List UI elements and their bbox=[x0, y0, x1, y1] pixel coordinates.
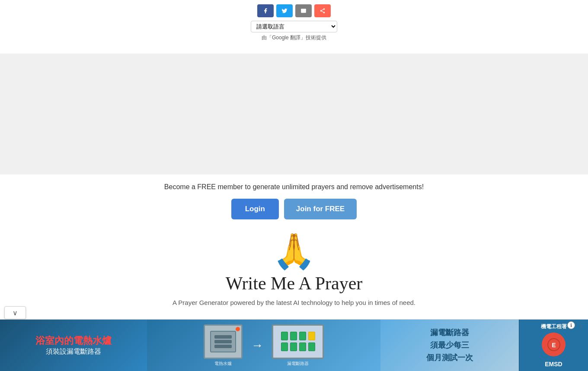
google-translate-credit: 由「Google 翻譯」技術提供 bbox=[262, 34, 326, 41]
ad-section-middle[interactable]: 電熱水爐 → bbox=[147, 320, 380, 371]
svg-point-1 bbox=[320, 10, 322, 12]
join-button[interactable]: Join for FREE bbox=[284, 199, 357, 219]
sharethis-button[interactable] bbox=[314, 4, 331, 17]
language-select[interactable]: 請選取語言 English 中文 日本語 Español Français bbox=[251, 21, 337, 32]
twitter-share-button[interactable] bbox=[276, 4, 293, 17]
ad-left-subtitle: 須裝設漏電斷路器 bbox=[46, 347, 101, 356]
svg-point-0 bbox=[323, 8, 325, 10]
action-buttons: Login Join for FREE bbox=[164, 199, 424, 219]
emsd-icon: E bbox=[542, 333, 566, 356]
ad-left-title: 浴室內的電熱水爐 bbox=[35, 334, 112, 348]
social-share-bar bbox=[257, 4, 331, 17]
ad-menu-icon[interactable]: ⋮ bbox=[578, 321, 585, 330]
email-share-button[interactable] bbox=[295, 4, 312, 17]
membership-banner: Become a FREE member to generate unlimit… bbox=[164, 183, 424, 219]
svg-line-3 bbox=[322, 11, 323, 12]
ad-info-icon[interactable]: ℹ bbox=[567, 321, 575, 329]
top-bar: 請選取語言 English 中文 日本語 Español Français 由「… bbox=[0, 0, 588, 45]
svg-line-4 bbox=[322, 10, 323, 10]
top-ad-area bbox=[0, 54, 588, 174]
ad-section-left[interactable]: 浴室內的電熱水爐 須裝設漏電斷路器 bbox=[0, 320, 147, 371]
prayer-emoji: 🙏 bbox=[272, 234, 316, 269]
prayer-subtitle: A Prayer Generator powered by the latest… bbox=[173, 299, 415, 306]
ad-right-text: 漏電斷路器須最少每三個月測試一次 bbox=[426, 328, 473, 362]
svg-point-2 bbox=[323, 12, 325, 13]
svg-text:E: E bbox=[552, 342, 556, 349]
prayer-title: Write Me A Prayer bbox=[226, 273, 363, 294]
emsd-acronym: EMSD bbox=[545, 361, 562, 368]
ad-section-right[interactable]: 漏電斷路器須最少每三個月測試一次 bbox=[380, 320, 519, 371]
membership-text: Become a FREE member to generate unlimit… bbox=[164, 183, 424, 191]
prayer-section: 🙏 Write Me A Prayer A Prayer Generator p… bbox=[173, 234, 415, 315]
ad-banner-inner: 浴室內的電熱水爐 須裝設漏電斷路器 bbox=[0, 320, 588, 371]
facebook-share-button[interactable] bbox=[257, 4, 274, 17]
language-selector-wrapper: 請選取語言 English 中文 日本語 Español Français 由「… bbox=[251, 21, 337, 41]
emsd-label: 機電工程署 bbox=[541, 323, 567, 330]
main-content: Become a FREE member to generate unlimit… bbox=[0, 45, 588, 332]
bottom-ad-banner: 浴室內的電熱水爐 須裝設漏電斷路器 bbox=[0, 319, 588, 371]
collapse-ad-button[interactable]: ∨ bbox=[4, 306, 26, 319]
chevron-down-icon: ∨ bbox=[13, 309, 18, 317]
login-button[interactable]: Login bbox=[231, 199, 279, 219]
